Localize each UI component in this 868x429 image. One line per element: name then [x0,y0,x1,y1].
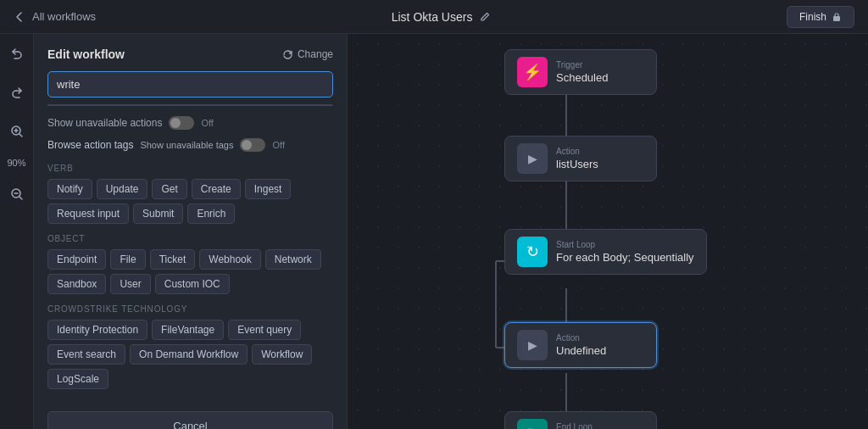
show-unavailable-toggle-row: Show unavailable actions Off [47,116,333,130]
action2-icon: ▶ [517,330,548,360]
cancel-button[interactable]: Cancel [47,411,333,429]
crowdstrike-section-label: CROWDSTRIKE TECHNOLOGY [47,304,333,314]
svg-rect-0 [833,16,840,21]
tag-logscale[interactable]: LogScale [47,369,108,389]
tag-update[interactable]: Update [97,179,148,199]
change-button[interactable]: Change [282,48,333,60]
object-section: OBJECT Endpoint File Ticket Webhook Netw… [47,234,333,294]
tag-event-search[interactable]: Event search [47,344,125,365]
action1-name: listUsers [556,158,598,170]
tag-enrich[interactable]: Enrich [187,203,235,224]
trigger-icon: ⚡ [517,57,548,87]
endloop-meta: End Loop [556,422,604,429]
redo-icon [10,86,24,99]
crowdstrike-section: CROWDSTRIKE TECHNOLOGY Identity Protecti… [47,304,333,389]
action-undefined-node[interactable]: ▶ Action Undefined [504,322,657,368]
tag-file[interactable]: File [110,249,145,270]
tag-event-query[interactable]: Event query [228,320,301,340]
browse-tags-label: Browse action tags [47,139,133,151]
tag-get[interactable]: Get [152,179,186,199]
tag-identity-protection[interactable]: Identity Protection [47,320,147,340]
tag-workflow[interactable]: Workflow [252,344,312,365]
show-unavailable-label: Show unavailable actions [47,117,162,129]
tag-webhook[interactable]: Webhook [199,249,260,270]
startloop-icon: ↻ [517,237,548,267]
tag-on-demand-workflow[interactable]: On Demand Workflow [130,344,248,365]
verb-section: VERB Notify Update Get Create Ingest Req… [47,164,333,224]
page-title: List Okta Users [392,10,473,24]
back-link-label: All workflows [32,10,96,23]
tag-custom-ioc[interactable]: Custom IOC [155,274,230,294]
action1-icon: ▶ [517,143,548,174]
startloop-name: For each Body; Sequentially [556,251,694,264]
browse-action-tags-row: Browse action tags Show unavailable tags… [47,138,333,152]
suggestions-dropdown: 🔍 write - search actions Write to log re… [47,104,333,106]
workflow-canvas[interactable]: ⚡ Trigger Scheduled ▶ Action listUsers ↻… [348,34,868,429]
back-arrow-icon [14,11,25,23]
show-unavailable-tags-label: Show unavailable tags [140,140,233,150]
zoom-out-button[interactable] [4,181,30,207]
verb-section-label: VERB [47,164,333,173]
edit-workflow-panel: Edit workflow Change 🔍 write - search ac… [34,34,348,429]
object-tag-list: Endpoint File Ticket Webhook Network San… [47,249,333,294]
tag-ingest[interactable]: Ingest [245,179,292,199]
edit-icon[interactable] [479,11,491,23]
topbar-right: Finish [787,6,854,28]
undo-button[interactable] [4,41,30,66]
show-unavailable-state: Off [201,118,213,128]
sidebar-icons: 90% [0,34,34,429]
tag-ticket[interactable]: Ticket [150,249,196,270]
suggestion-search-line: 🔍 write - search actions [48,105,332,106]
trigger-node[interactable]: ⚡ Trigger Scheduled [504,49,657,95]
tag-network[interactable]: Network [265,249,321,270]
tag-filevantage[interactable]: FileVantage [152,320,224,340]
show-unavailable-toggle[interactable] [169,116,194,130]
verb-tag-list: Notify Update Get Create Ingest Request … [47,179,333,224]
tag-submit[interactable]: Submit [133,203,183,224]
zoom-in-button[interactable] [4,119,30,144]
refresh-icon [282,49,293,60]
tag-create[interactable]: Create [192,179,241,199]
trigger-meta: Trigger [556,60,608,70]
zoom-in-icon [10,125,24,138]
action-listusers-node[interactable]: ▶ Action listUsers [504,136,657,181]
topbar: All workflows List Okta Users Finish [0,0,868,34]
search-input-wrapper [47,71,333,98]
page-title-area: List Okta Users [392,10,492,24]
tag-endpoint[interactable]: Endpoint [47,249,106,270]
zoom-level: 90% [7,158,25,168]
startloop-meta: Start Loop [556,240,694,249]
show-unavailable-tags-state: Off [272,140,284,150]
undo-icon [10,47,24,60]
finish-button[interactable]: Finish [787,6,854,28]
edit-panel-header: Edit workflow Change [47,47,333,61]
tag-user[interactable]: User [110,274,150,294]
tag-sandbox[interactable]: Sandbox [47,274,106,294]
crowdstrike-tag-list: Identity Protection FileVantage Event qu… [47,320,333,389]
trigger-name: Scheduled [556,71,608,84]
edit-panel-title: Edit workflow [47,47,125,61]
tag-request-input[interactable]: Request input [47,203,129,224]
change-label: Change [298,48,333,60]
search-input[interactable] [47,71,333,98]
back-link[interactable]: All workflows [14,10,96,23]
show-unavailable-tags-toggle[interactable] [240,138,265,152]
endloop-icon: ↻ [517,419,548,429]
lock-icon [832,12,842,22]
redo-button[interactable] [4,80,30,105]
action2-meta: Action [556,333,606,343]
start-loop-node[interactable]: ↻ Start Loop For each Body; Sequentially [504,229,707,275]
action2-name: Undefined [556,344,606,357]
main-content: 90% Edit workflow Change [0,34,868,429]
object-section-label: OBJECT [47,234,333,243]
zoom-out-icon [10,187,24,201]
tag-notify[interactable]: Notify [47,179,92,199]
end-loop-node[interactable]: ↻ End Loop No output [504,411,657,429]
action1-meta: Action [556,147,598,156]
cancel-button-area: Cancel [47,399,333,429]
